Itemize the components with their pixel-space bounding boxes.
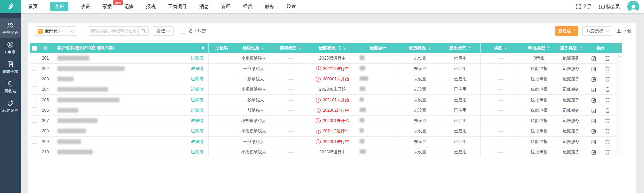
tag-cell xyxy=(480,84,521,95)
row-checkbox[interactable] xyxy=(32,139,37,144)
header-tag[interactable]: 标签 xyxy=(480,43,521,53)
mnemonic-cell xyxy=(208,53,235,64)
edit-icon[interactable] xyxy=(591,129,596,134)
search-input[interactable] xyxy=(88,26,139,36)
accountant-cell xyxy=(356,84,400,95)
row-checkbox[interactable] xyxy=(32,55,37,60)
member-button[interactable]: 畅会员 xyxy=(599,4,620,10)
app-logo[interactable] xyxy=(0,0,21,13)
header-declare-type[interactable]: 申报类型 xyxy=(521,43,558,53)
delete-icon[interactable] xyxy=(605,97,610,103)
sidebar-item-回收站[interactable]: 回收站 xyxy=(0,77,21,96)
row-checkbox[interactable] xyxy=(32,97,37,102)
nav-item-4[interactable]: 票据new xyxy=(102,4,112,10)
row-checkbox[interactable] xyxy=(32,128,37,133)
filter-dropdown[interactable]: 筛选 xyxy=(153,26,174,36)
scroll-up-arrow-icon[interactable] xyxy=(618,55,621,57)
nav-item-10[interactable]: 经营 xyxy=(243,4,252,10)
nav-item-6[interactable]: 报税 xyxy=(146,4,156,10)
edit-icon[interactable] xyxy=(591,139,596,144)
header-service-type[interactable]: 服务类型 xyxy=(558,43,585,53)
edit-icon[interactable] xyxy=(591,98,596,103)
nav-item-5[interactable]: 记账 xyxy=(124,4,134,10)
row-checkbox[interactable] xyxy=(32,76,37,81)
initial-status-cell xyxy=(272,147,309,157)
enabled-status-cell: 已启用 xyxy=(440,95,480,105)
nav-item-3[interactable]: 收费 xyxy=(81,4,90,10)
header-columns-settings[interactable]: ⚙ xyxy=(40,43,51,53)
open-ledger-link[interactable]: 进账簿 xyxy=(191,108,204,113)
main-nav: 首页客户收费票据new记账报税工商项目消息管理经营服务设置 xyxy=(28,2,296,11)
open-ledger-link[interactable]: 进账簿 xyxy=(191,66,204,72)
nav-item-8[interactable]: 消息 xyxy=(199,4,209,10)
open-ledger-link[interactable]: 进账簿 xyxy=(191,149,204,155)
own-ledger-checkbox[interactable] xyxy=(181,29,186,34)
nav-item-11[interactable]: 服务 xyxy=(265,4,274,10)
nav-item-7[interactable]: 工商项目 xyxy=(168,4,187,10)
filter-funnel-icon xyxy=(343,46,347,50)
delete-icon[interactable] xyxy=(605,66,610,71)
delete-icon[interactable] xyxy=(605,118,610,123)
employee-filter-select[interactable]: 组 全部员工 xyxy=(35,26,77,36)
edit-icon[interactable] xyxy=(591,66,596,71)
row-checkbox[interactable] xyxy=(32,86,37,91)
mnemonic-cell xyxy=(208,147,235,157)
delete-icon[interactable] xyxy=(605,76,610,82)
open-ledger-link[interactable]: 进账簿 xyxy=(191,55,204,61)
row-index: 204 xyxy=(40,84,51,95)
fullscreen-button[interactable]: 全屏 xyxy=(576,4,592,10)
search-button[interactable] xyxy=(139,26,149,36)
header-initial-status[interactable]: 期初状态 xyxy=(272,43,309,53)
sort-icon[interactable] xyxy=(202,46,204,50)
sidebar-item-全部客户[interactable]: 全部客户 xyxy=(0,18,21,38)
empty-dash xyxy=(498,89,504,90)
edit-icon[interactable] xyxy=(591,77,596,82)
delete-icon[interactable] xyxy=(605,128,610,134)
delete-icon[interactable] xyxy=(605,87,610,92)
avatar[interactable] xyxy=(627,1,639,13)
edit-icon[interactable] xyxy=(591,150,596,155)
edit-icon[interactable] xyxy=(591,108,596,113)
sidebar-item-0申报[interactable]: 0申报 xyxy=(0,38,21,57)
delete-icon[interactable] xyxy=(605,149,610,155)
scrollbar-track[interactable] xyxy=(617,53,622,154)
open-ledger-link[interactable]: 进账簿 xyxy=(191,97,204,103)
tax-type-cell: 小规模纳税人 xyxy=(235,84,272,95)
header-bookkeeping-status[interactable]: 记账状况 xyxy=(309,43,356,53)
row-checkbox[interactable] xyxy=(32,118,37,123)
delete-icon[interactable] xyxy=(605,108,610,113)
sidebar-item-标签设置[interactable]: 标签设置 xyxy=(0,96,21,116)
edit-icon[interactable] xyxy=(591,56,596,61)
row-checkbox[interactable] xyxy=(32,66,37,71)
status-cell: ! 202306未开始 xyxy=(309,84,356,95)
edit-icon[interactable] xyxy=(591,118,596,123)
declare-type-cell: 税款申报 xyxy=(521,126,558,137)
download-button[interactable]: 下载 xyxy=(616,26,632,36)
open-ledger-link[interactable]: 进账簿 xyxy=(191,76,204,82)
header-customer-name[interactable]: 客户名称(启用200家, 禁用9家) xyxy=(51,43,208,53)
nav-item-2[interactable]: 客户 xyxy=(50,2,68,11)
edit-icon[interactable] xyxy=(591,87,596,92)
open-ledger-link[interactable]: 进账簿 xyxy=(191,128,204,134)
table-scrollbar[interactable] xyxy=(617,43,622,154)
delete-icon[interactable] xyxy=(605,139,610,144)
open-ledger-link[interactable]: 进账簿 xyxy=(191,139,204,145)
customer-name-redacted xyxy=(57,56,89,61)
header-select-all[interactable] xyxy=(30,43,40,53)
row-index: 209 xyxy=(40,137,51,147)
nav-item-12[interactable]: 设置 xyxy=(287,4,296,10)
header-tax-type[interactable]: 纳税性质 xyxy=(235,43,272,53)
delete-icon[interactable] xyxy=(605,55,610,61)
header-fee-status[interactable]: 收费状况 xyxy=(400,43,440,53)
new-customer-button[interactable]: 新建客户 xyxy=(555,26,578,36)
row-checkbox[interactable] xyxy=(32,149,37,154)
nav-item-9[interactable]: 管理 xyxy=(221,4,230,10)
nav-item-1[interactable]: 首页 xyxy=(28,4,38,10)
ledger-authorize-button[interactable]: 账套授权 xyxy=(582,26,612,36)
header-enabled-status[interactable]: 启用状态 xyxy=(440,43,480,53)
service-type-cell: 记账服务 xyxy=(558,116,585,126)
sidebar-item-账套迁移[interactable]: 账套迁移 xyxy=(0,57,21,77)
open-ledger-link[interactable]: 进账簿 xyxy=(191,87,204,92)
row-checkbox[interactable] xyxy=(32,107,37,112)
open-ledger-link[interactable]: 进账簿 xyxy=(191,118,204,124)
